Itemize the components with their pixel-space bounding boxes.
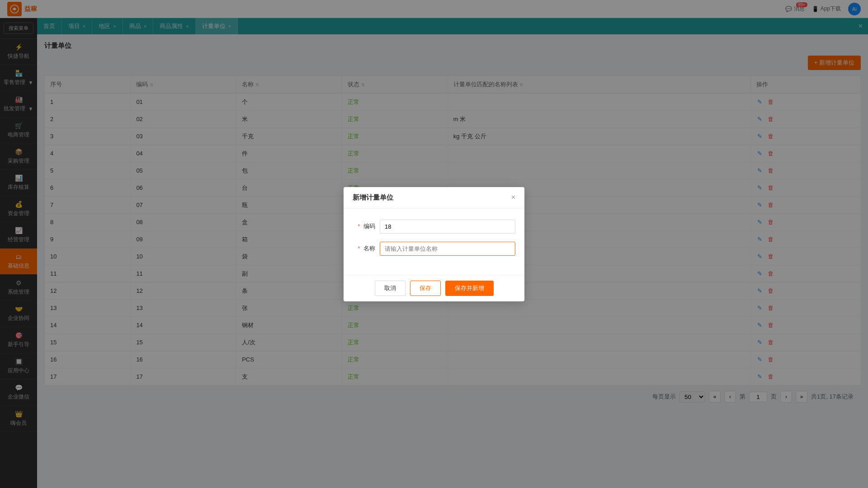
name-label: * 名称 bbox=[353, 244, 380, 253]
modal-body: * 编码 * 名称 bbox=[344, 209, 524, 275]
code-required-mark: * bbox=[358, 223, 360, 230]
name-input[interactable] bbox=[380, 242, 515, 256]
name-required-mark: * bbox=[358, 245, 360, 252]
code-label: * 编码 bbox=[353, 222, 380, 230]
add-unit-modal: 新增计量单位 × * 编码 * 名称 取消 保存 保存并新增 bbox=[344, 187, 524, 301]
modal-overlay: 新增计量单位 × * 编码 * 名称 取消 保存 保存并新增 bbox=[0, 0, 868, 488]
cancel-button[interactable]: 取消 bbox=[375, 281, 406, 296]
form-row-name: * 名称 bbox=[353, 242, 515, 256]
code-input[interactable] bbox=[380, 220, 515, 234]
modal-title: 新增计量单位 bbox=[353, 193, 393, 202]
save-button[interactable]: 保存 bbox=[410, 281, 441, 296]
modal-close-button[interactable]: × bbox=[511, 193, 515, 202]
modal-footer: 取消 保存 保存并新增 bbox=[344, 275, 524, 301]
modal-header: 新增计量单位 × bbox=[344, 187, 524, 209]
save-add-button[interactable]: 保存并新增 bbox=[445, 281, 494, 296]
form-row-code: * 编码 bbox=[353, 220, 515, 234]
